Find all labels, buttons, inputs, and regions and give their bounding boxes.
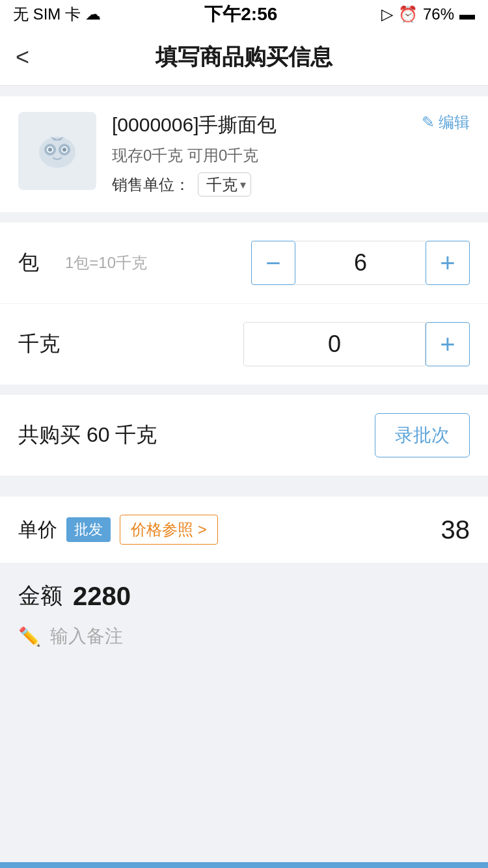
sim-status: 无 SIM 卡 ☁ — [13, 4, 101, 25]
qty-controls-bao: − + — [251, 241, 470, 285]
price-label: 单价 — [18, 517, 57, 543]
price-ref-button[interactable]: 价格参照 > — [120, 515, 218, 545]
battery-level: 76% — [423, 5, 454, 23]
back-button[interactable]: < — [16, 44, 29, 71]
qty-label-kg: 千克 — [18, 330, 60, 359]
decrement-bao-button[interactable]: − — [251, 241, 295, 285]
quantity-row-kg: 千克 + — [0, 304, 488, 385]
qty-input-kg[interactable] — [243, 322, 426, 366]
svg-point-5 — [48, 148, 52, 152]
product-thumb-svg — [34, 131, 80, 170]
location-icon: ▷ — [381, 5, 393, 23]
amount-label: 金额 — [18, 581, 62, 611]
status-left: 无 SIM 卡 ☁ — [13, 4, 101, 25]
status-bar: 无 SIM 卡 ☁ 下午2:56 ▷ ⏰ 76% ▬ — [0, 0, 488, 29]
remark-label: 输入备注 — [50, 624, 123, 649]
qty-input-bao[interactable] — [295, 241, 426, 285]
product-name: [0000006]手撕面包 — [112, 112, 470, 139]
qty-sublabel-bao: 1包=10千克 — [65, 252, 251, 273]
amount-row: 金额 2280 — [18, 581, 470, 611]
unit-select-wrap[interactable]: 千克 包 — [198, 172, 251, 197]
svg-point-0 — [39, 137, 75, 168]
price-tag: 批发 — [66, 517, 111, 542]
empty-space — [0, 667, 488, 862]
remark-row[interactable]: ✏️ 输入备注 — [18, 624, 470, 649]
increment-bao-button[interactable]: + — [426, 241, 470, 285]
product-stock: 现存0千克 可用0千克 — [112, 145, 470, 166]
product-thumbnail — [18, 112, 96, 190]
alarm-icon: ⏰ — [398, 5, 418, 23]
page-title: 填写商品购买信息 — [156, 42, 332, 72]
quantity-row-bao: 包 1包=10千克 − + — [0, 223, 488, 304]
nav-bar: < 填写商品购买信息 — [0, 29, 488, 86]
price-label-group: 单价 批发 价格参照 > — [18, 515, 218, 545]
price-row: 单价 批发 价格参照 > 38 — [18, 515, 470, 545]
svg-point-6 — [62, 148, 66, 152]
edit-label: 编辑 — [439, 112, 470, 133]
divider-1 — [0, 476, 488, 486]
price-value: 38 — [441, 515, 470, 545]
confirm-button[interactable]: 确定 — [0, 862, 488, 868]
batch-button[interactable]: 录批次 — [375, 413, 470, 457]
amount-value: 2280 — [73, 582, 131, 611]
battery-icon: ▬ — [459, 5, 475, 23]
unit-label: 销售单位： — [112, 174, 190, 195]
status-right: ▷ ⏰ 76% ▬ — [381, 5, 475, 23]
edit-icon: ✎ — [422, 113, 435, 131]
price-section: 单价 批发 价格参照 > 38 — [0, 496, 488, 563]
status-time: 下午2:56 — [204, 2, 277, 27]
unit-select[interactable]: 千克 包 — [198, 172, 251, 197]
qty-controls-kg: + — [243, 322, 470, 366]
product-info: [0000006]手撕面包 现存0千克 可用0千克 销售单位： 千克 包 — [112, 112, 470, 197]
qty-label-bao: 包 — [18, 249, 57, 277]
product-section: [0000006]手撕面包 现存0千克 可用0千克 销售单位： 千克 包 ✎ 编… — [0, 96, 488, 212]
product-unit-row: 销售单位： 千克 包 — [112, 172, 470, 197]
quantity-section: 包 1包=10千克 − + 千克 + — [0, 223, 488, 385]
amount-section: 金额 2280 ✏️ 输入备注 — [0, 563, 488, 667]
increment-kg-button[interactable]: + — [426, 322, 470, 366]
remark-icon: ✏️ — [18, 626, 41, 647]
total-label: 共购买 60 千克 — [18, 421, 157, 450]
total-section: 共购买 60 千克 录批次 — [0, 395, 488, 476]
edit-button[interactable]: ✎ 编辑 — [422, 112, 470, 133]
